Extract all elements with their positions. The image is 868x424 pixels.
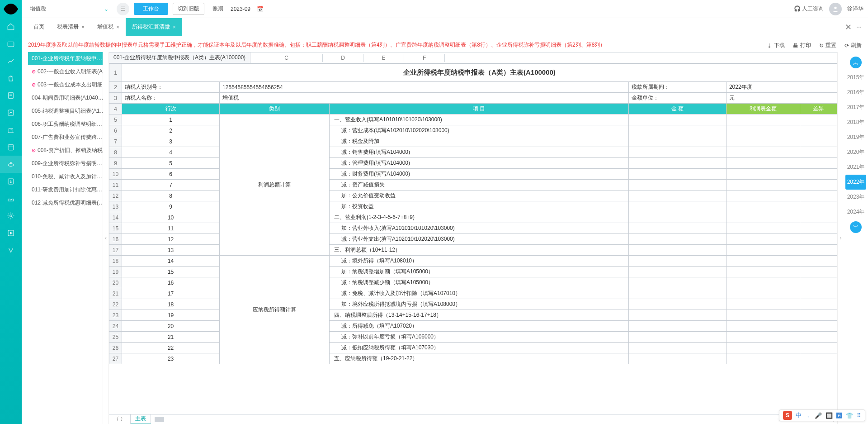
- topbar: 增值税 ⌄ ☰ 工作台 切到旧版 账期 2023-09 📅 🎧 人工咨询 徐泽华: [22, 0, 868, 18]
- year-2020年[interactable]: 2020年: [845, 145, 866, 160]
- tab-close-all-icon[interactable]: ✕: [845, 22, 852, 32]
- year-2015年[interactable]: 2015年: [845, 70, 866, 85]
- year-2021年[interactable]: 2021年: [845, 160, 866, 175]
- tab-3[interactable]: 所得税汇算清缴×: [126, 18, 182, 36]
- nav-export-icon[interactable]: [0, 173, 22, 190]
- col-header: C: [250, 54, 323, 62]
- collapse-right-icon[interactable]: ›: [837, 52, 844, 424]
- org-name: 增值税: [30, 5, 46, 13]
- col-header: E: [363, 54, 404, 62]
- tab-2[interactable]: 增值税×: [91, 18, 126, 36]
- nav-doc-icon[interactable]: [0, 87, 22, 104]
- nav-play-icon[interactable]: [0, 224, 22, 242]
- year-2022年[interactable]: 2022年: [845, 175, 866, 190]
- refresh-button[interactable]: ⟳ 刷新: [844, 42, 862, 49]
- nav-dish-icon[interactable]: [0, 156, 22, 173]
- app-logo: [0, 0, 22, 18]
- sheet-nav[interactable]: 〈 〉: [109, 414, 131, 424]
- year-2018年[interactable]: 2018年: [845, 115, 866, 130]
- calendar-icon[interactable]: 📅: [257, 6, 264, 12]
- nav-folder-icon[interactable]: [0, 35, 22, 52]
- form-item-4[interactable]: 005-纳税调整项目明细表(A1…: [28, 105, 103, 118]
- form-item-2[interactable]: ⊘003-一般企业成本支出明细…: [28, 78, 103, 91]
- nav-report-icon[interactable]: [0, 104, 22, 121]
- user-avatar[interactable]: [829, 3, 842, 15]
- col-header: F: [404, 54, 445, 62]
- svg-rect-0: [8, 42, 14, 47]
- workbench-button[interactable]: 工作台: [134, 3, 168, 15]
- sidebar: [0, 0, 22, 424]
- tab-1[interactable]: 税表清册×: [51, 18, 91, 36]
- error-icon: ⊘: [32, 69, 36, 75]
- ime-skin-icon[interactable]: 🔲: [826, 412, 833, 419]
- nav-chart-icon[interactable]: [0, 52, 22, 70]
- horizontal-scrollbar[interactable]: [155, 417, 834, 422]
- close-icon[interactable]: ×: [81, 24, 85, 30]
- year-column: ︽ 2015年2016年2017年2018年2019年2020年2021年202…: [844, 52, 868, 424]
- year-2017年[interactable]: 2017年: [845, 100, 866, 115]
- nav-bag-icon[interactable]: [0, 70, 22, 87]
- print-button[interactable]: 🖶 打印: [793, 42, 811, 49]
- error-icon: ⊘: [32, 82, 36, 88]
- form-item-7[interactable]: ⊘008-资产折旧、摊销及纳税…: [28, 144, 103, 157]
- page-tabs: 首页税表清册×增值税×所得税汇算清缴× ✕ ⋯: [22, 18, 868, 36]
- ime-voice-icon[interactable]: 🎤: [815, 412, 822, 419]
- download-button[interactable]: ⭳ 下载: [767, 42, 785, 49]
- org-selector[interactable]: 增值税 ⌄: [26, 5, 112, 13]
- svg-point-8: [834, 6, 836, 9]
- nav-building-icon[interactable]: [0, 121, 22, 138]
- nav-home-icon[interactable]: [0, 18, 22, 35]
- form-item-11[interactable]: 012-减免所得税优惠明细表(…: [28, 196, 103, 210]
- tab-more-icon[interactable]: ⋯: [856, 24, 863, 30]
- form-item-6[interactable]: 007-广告费和业务宣传费跨…: [28, 131, 103, 144]
- form-item-10[interactable]: 011-研发费用加计扣除优惠…: [28, 183, 103, 196]
- chevron-down-icon: ⌄: [104, 6, 108, 12]
- reset-button[interactable]: ↻ 重置: [819, 42, 836, 49]
- svg-point-6: [10, 215, 12, 217]
- sheet-path: 001-企业所得税年度纳税申报表（A类）主表(A100000): [109, 52, 250, 63]
- ime-shirt-icon[interactable]: 👕: [846, 412, 853, 419]
- warning-text: 2019年度涉及取以前年度结转数据的申报表单元格需要手工维护正确，才能保证本年及…: [28, 41, 762, 49]
- year-2024年[interactable]: 2024年: [845, 205, 866, 219]
- form-item-0[interactable]: 001-企业所得税年度纳税申…: [28, 52, 103, 65]
- switch-old-button[interactable]: 切到旧版: [173, 3, 204, 15]
- year-2019年[interactable]: 2019年: [845, 130, 866, 145]
- tab-0[interactable]: 首页: [27, 18, 51, 36]
- ime-a-icon[interactable]: 🅰: [836, 412, 842, 419]
- ime-grid-icon[interactable]: ⠿: [857, 412, 861, 419]
- year-up-icon[interactable]: ︽: [850, 57, 862, 68]
- collapse-left-icon[interactable]: ‹: [103, 52, 109, 424]
- svg-point-4: [8, 164, 14, 167]
- period-value[interactable]: 2023-09: [231, 6, 250, 12]
- ime-toolbar[interactable]: S 中 ， 🎤 🔲 🅰 👕 ⠿: [779, 410, 865, 421]
- nav-inbox-icon[interactable]: [0, 190, 22, 207]
- grid-area[interactable]: 1企业所得税年度纳税申报表（A类）主表(A100000)2纳税人识别号：1255…: [109, 63, 837, 414]
- ime-logo-icon: S: [783, 411, 792, 420]
- error-icon: ⊘: [32, 148, 36, 153]
- user-name[interactable]: 徐泽华: [847, 5, 863, 13]
- ime-lang[interactable]: 中: [796, 411, 802, 419]
- nav-calendar-icon[interactable]: [0, 138, 22, 156]
- form-item-5[interactable]: 006-职工薪酬纳税调整明细…: [28, 118, 103, 131]
- sheet-footer: 〈 〉 主表: [109, 414, 837, 424]
- ime-punct[interactable]: ，: [805, 411, 811, 419]
- svg-rect-3: [8, 145, 14, 150]
- close-icon[interactable]: ×: [116, 24, 119, 30]
- close-icon[interactable]: ×: [173, 24, 176, 30]
- spreadsheet: 001-企业所得税年度纳税申报表（A类）主表(A100000) CDEF 1企业…: [109, 52, 837, 424]
- sheet-tab-main[interactable]: 主表: [131, 414, 151, 424]
- nav-settings-icon[interactable]: [0, 207, 22, 224]
- form-item-3[interactable]: 004-期间费用明细表(A1040…: [28, 91, 103, 105]
- consult-link[interactable]: 🎧 人工咨询: [794, 5, 824, 13]
- year-2016年[interactable]: 2016年: [845, 85, 866, 100]
- menu-round-button[interactable]: ☰: [117, 3, 129, 15]
- form-item-8[interactable]: 009-企业所得税弥补亏损明…: [28, 157, 103, 170]
- form-item-9[interactable]: 010-免税、减计收入及加计…: [28, 170, 103, 183]
- form-list: 001-企业所得税年度纳税申…⊘002-一般企业收入明细表(A1…⊘003-一般…: [28, 52, 103, 424]
- form-item-1[interactable]: ⊘002-一般企业收入明细表(A1…: [28, 65, 103, 78]
- year-down-icon[interactable]: ︾: [850, 221, 862, 233]
- toolbar: ⭳ 下载 🖶 打印 ↻ 重置 ⟳ 刷新: [767, 41, 862, 49]
- nav-v-icon[interactable]: [0, 242, 22, 259]
- year-2023年[interactable]: 2023年: [845, 190, 866, 205]
- col-header: D: [323, 54, 363, 62]
